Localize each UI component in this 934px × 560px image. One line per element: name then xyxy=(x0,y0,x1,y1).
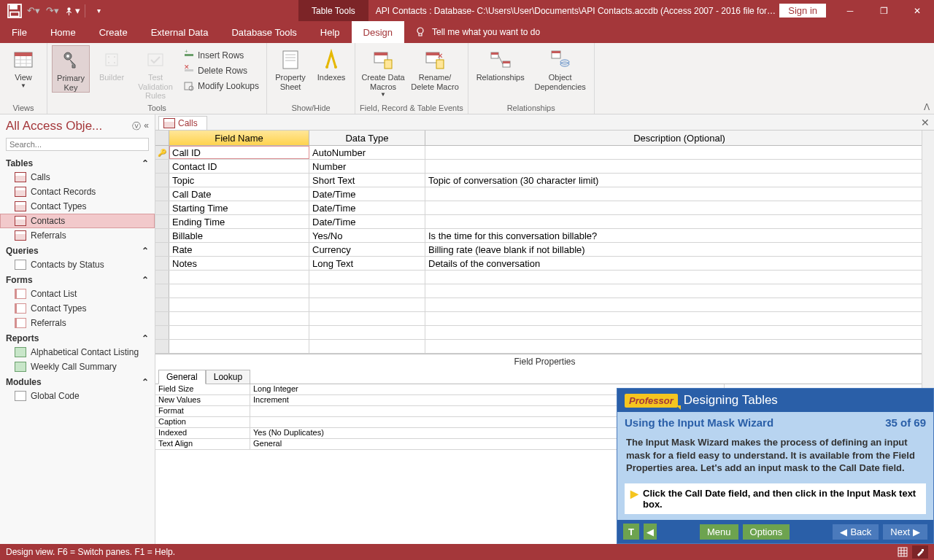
builder-button[interactable]: Builder xyxy=(93,45,131,82)
description-cell[interactable] xyxy=(425,271,934,284)
menu-external-data[interactable]: External Data xyxy=(139,21,220,43)
data-type-cell[interactable]: AutoNumber xyxy=(309,146,425,159)
description-cell[interactable] xyxy=(425,312,934,325)
nav-section-tables[interactable]: Tables⌃ xyxy=(0,155,155,170)
nav-item[interactable]: Contact Types xyxy=(0,199,155,214)
nav-search-input[interactable] xyxy=(6,138,149,151)
close-tab-icon[interactable]: ✕ xyxy=(921,117,930,128)
table-row[interactable] xyxy=(155,298,934,312)
field-name-cell[interactable]: Starting Time xyxy=(169,201,309,214)
save-icon[interactable] xyxy=(6,2,23,20)
tutorial-next-button[interactable]: Next ▶ xyxy=(883,524,927,540)
table-row[interactable]: 🔑Call IDAutoNumber xyxy=(155,146,934,160)
row-selector[interactable]: 🔑 xyxy=(155,146,169,159)
close-icon[interactable]: ✕ xyxy=(900,0,934,21)
qat-customize-icon[interactable]: ▾ xyxy=(90,2,107,20)
row-selector[interactable] xyxy=(155,257,169,270)
view-button[interactable]: View▼ xyxy=(4,45,42,89)
primary-key-button[interactable]: Primary Key xyxy=(52,45,90,93)
data-type-cell[interactable] xyxy=(309,271,425,284)
indexes-button[interactable]: Indexes xyxy=(312,45,350,82)
data-type-cell[interactable] xyxy=(309,326,425,339)
table-row[interactable]: Ending TimeDate/Time xyxy=(155,215,934,229)
field-name-cell[interactable] xyxy=(169,312,309,325)
column-header-desc[interactable]: Description (Optional) xyxy=(425,131,934,146)
table-row[interactable] xyxy=(155,284,934,298)
table-row[interactable]: BillableYes/NoIs the time for this conve… xyxy=(155,229,934,243)
nav-section-reports[interactable]: Reports⌃ xyxy=(0,330,155,345)
data-type-cell[interactable] xyxy=(309,312,425,325)
insert-rows-button[interactable]: + Insert Rows xyxy=(180,48,262,63)
description-cell[interactable]: Topic of conversation (30 character limi… xyxy=(425,174,934,187)
nav-section-modules[interactable]: Modules⌃ xyxy=(0,374,155,389)
row-selector[interactable] xyxy=(155,201,169,214)
field-name-cell[interactable] xyxy=(169,298,309,311)
datasheet-view-icon[interactable] xyxy=(895,545,911,559)
menu-file[interactable]: File xyxy=(0,21,39,43)
touch-mode-icon[interactable]: ▾ xyxy=(63,2,80,20)
field-name-cell[interactable] xyxy=(169,326,309,339)
document-tab[interactable]: Calls xyxy=(158,116,207,130)
column-header-field[interactable]: Field Name xyxy=(169,131,309,146)
menu-home[interactable]: Home xyxy=(39,21,88,43)
row-selector[interactable] xyxy=(155,298,169,311)
menu-design[interactable]: Design xyxy=(352,21,404,43)
table-row[interactable]: TopicShort TextTopic of conversation (30… xyxy=(155,174,934,187)
nav-item[interactable]: Global Code xyxy=(0,389,155,403)
column-header-type[interactable]: Data Type xyxy=(309,131,425,146)
field-name-cell[interactable]: Billable xyxy=(169,229,309,242)
nav-item[interactable]: Referrals xyxy=(0,228,155,243)
table-row[interactable]: NotesLong TextDetails of the conversatio… xyxy=(155,257,934,271)
tab-lookup[interactable]: Lookup xyxy=(206,370,250,384)
row-selector[interactable] xyxy=(155,174,169,187)
description-cell[interactable]: Billing rate (leave blank if not billabl… xyxy=(425,243,934,256)
data-type-cell[interactable]: Date/Time xyxy=(309,215,425,228)
tell-me-search[interactable]: Tell me what you want to do xyxy=(404,21,550,43)
row-selector[interactable] xyxy=(155,243,169,256)
row-selector[interactable] xyxy=(155,312,169,325)
description-cell[interactable] xyxy=(425,201,934,214)
menu-help[interactable]: Help xyxy=(309,21,352,43)
description-cell[interactable] xyxy=(425,298,934,311)
description-cell[interactable] xyxy=(425,160,934,173)
test-validation-button[interactable]: Test Validation Rules xyxy=(134,45,177,101)
nav-item[interactable]: Calls xyxy=(0,170,155,184)
tutorial-options-button[interactable]: Options xyxy=(743,524,790,540)
design-view-icon[interactable] xyxy=(912,545,928,559)
nav-collapse-icon[interactable]: « xyxy=(144,120,149,133)
data-type-cell[interactable] xyxy=(309,298,425,311)
table-row[interactable]: Starting TimeDate/Time xyxy=(155,201,934,215)
field-name-cell[interactable] xyxy=(169,271,309,284)
nav-item[interactable]: Contacts xyxy=(0,214,155,228)
table-row[interactable] xyxy=(155,312,934,326)
field-name-cell[interactable]: Notes xyxy=(169,257,309,270)
row-selector[interactable] xyxy=(155,340,169,353)
nav-item[interactable]: Contact List xyxy=(0,287,155,301)
data-type-cell[interactable]: Date/Time xyxy=(309,187,425,201)
nav-item[interactable]: Referrals xyxy=(0,316,155,330)
redo-icon[interactable]: ↷▾ xyxy=(44,2,61,20)
nav-section-forms[interactable]: Forms⌃ xyxy=(0,272,155,287)
row-selector[interactable] xyxy=(155,326,169,339)
delete-rows-button[interactable]: ✕ Delete Rows xyxy=(180,63,262,78)
create-data-macros-button[interactable]: Create Data Macros▼ xyxy=(360,45,406,98)
field-name-cell[interactable]: Rate xyxy=(169,243,309,256)
data-type-cell[interactable]: Long Text xyxy=(309,257,425,270)
field-name-cell[interactable]: Ending Time xyxy=(169,215,309,228)
nav-menu-icon[interactable]: ⓥ xyxy=(132,120,141,133)
property-sheet-button[interactable]: Property Sheet xyxy=(271,45,309,91)
nav-item[interactable]: Weekly Call Summary xyxy=(0,359,155,374)
data-type-cell[interactable]: Yes/No xyxy=(309,229,425,242)
description-cell[interactable] xyxy=(425,340,934,353)
data-type-cell[interactable] xyxy=(309,340,425,353)
nav-title[interactable]: All Access Obje... xyxy=(6,119,102,133)
nav-item[interactable]: Contact Records xyxy=(0,184,155,199)
description-cell[interactable] xyxy=(425,215,934,228)
table-row[interactable]: Call DateDate/Time xyxy=(155,187,934,201)
row-selector[interactable] xyxy=(155,160,169,173)
description-cell[interactable] xyxy=(425,326,934,339)
relationships-button[interactable]: Relationships xyxy=(473,45,528,82)
tutorial-prev-small[interactable]: ◀ xyxy=(644,524,657,540)
undo-icon[interactable]: ↶▾ xyxy=(25,2,42,20)
description-cell[interactable]: Is the time for this conversation billab… xyxy=(425,229,934,242)
